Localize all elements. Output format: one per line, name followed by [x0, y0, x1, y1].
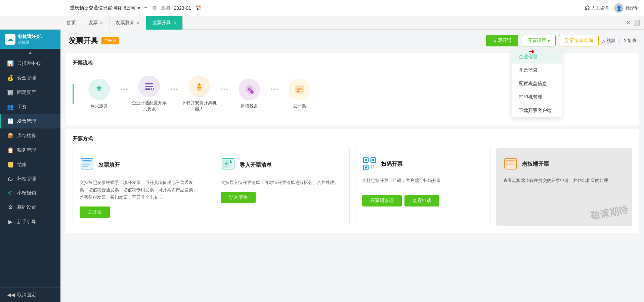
page-title-area: 发票开具 待开通: [69, 36, 119, 46]
yunbao-icon: 📊: [7, 60, 14, 67]
tab-invoice-open[interactable]: 发票开具 ✕: [146, 16, 183, 30]
dot1: [121, 88, 128, 100]
red-arrow: ➜: [529, 47, 534, 55]
zijin-icon: 💰: [7, 75, 14, 81]
svg-rect-12: [197, 87, 202, 88]
dropdown-item-download-client[interactable]: 下载开票客户端: [512, 104, 562, 117]
user-area[interactable]: 👤 徐泽华: [614, 3, 639, 13]
fill-invoice-title: 发票填开: [98, 162, 120, 169]
svg-rect-24: [82, 160, 92, 161]
import-list-btn[interactable]: 导入清单: [221, 192, 256, 203]
calendar-icon[interactable]: 📅: [195, 5, 201, 11]
svg-rect-38: [371, 167, 372, 168]
jichushezhi-icon: ⚙: [7, 204, 14, 211]
sidebar-item-fapiao[interactable]: 🧾 发票管理: [0, 114, 60, 128]
svg-rect-25: [82, 163, 89, 163]
method-boss-invoice: 老板端开票 查看老板端小程序提交的开票申请，并作出相应的处理。 敬请期待: [496, 148, 632, 226]
import-list-title: 导入开票清单: [240, 162, 272, 169]
top-bar-actions: 🎧 人工咨询 👤 徐泽华: [585, 3, 639, 13]
overlay-text: 敬请期待: [590, 203, 629, 223]
dropdown-item-invoice-info[interactable]: 开票信息: [512, 64, 562, 77]
sidebar-item-xinshou[interactable]: ▶ 新手引导: [0, 215, 60, 229]
svg-text:税: 税: [248, 87, 252, 91]
fill-invoice-btn[interactable]: 去开票: [80, 206, 110, 218]
scan-invoice-desc: 支持定制开票二维码，客户端可扫码开票: [362, 177, 484, 184]
abnormal-btn[interactable]: 异常清单查询: [559, 35, 599, 46]
sidebar-item-xiaochang[interactable]: © 小畅报销: [0, 186, 60, 200]
sidebar-item-quxiao[interactable]: ◀◀ 取消固定: [0, 287, 60, 302]
xinshou-icon: ▶: [7, 219, 14, 225]
svg-rect-23: [81, 158, 93, 169]
svg-rect-13: [199, 83, 200, 84]
question-icon: ?: [624, 38, 626, 43]
page-header: 发票开具 待开通 立即开通 开票设置 ▾ 异常清单查询 ▷ 视频 |: [60, 30, 644, 50]
sidebar-scroll-up[interactable]: ▲: [0, 49, 60, 56]
methods-section-title: 开票方式: [73, 136, 632, 142]
period-value: 2023-01: [174, 5, 191, 11]
company-selector[interactable]: 重庆畅捷交通信息咨询有限公司 ▾: [70, 5, 140, 11]
process-step-go-invoice: 去开票: [279, 79, 319, 109]
dropdown-item-tax-info[interactable]: 配置税盘信息: [512, 77, 562, 90]
svg-rect-34: [365, 166, 367, 168]
methods-grid: 发票填开 支持按照发票样式手工填开发票；可开具增值税电子普通发票、增值税普通发票…: [73, 148, 632, 226]
svg-rect-22: [297, 91, 299, 92]
sidebar-item-jichushezhi[interactable]: ⚙ 基础设置: [0, 200, 60, 215]
svg-rect-43: [506, 164, 514, 165]
maximize-btn[interactable]: ⬜: [633, 20, 640, 26]
sidebar-item-gongzi[interactable]: 👥 工资: [0, 100, 60, 114]
xiaochang-icon: ©: [7, 190, 14, 196]
sidebar-item-kucun[interactable]: 📦 库存核算: [0, 128, 60, 143]
boss-invoice-header: 老板端开票: [503, 156, 625, 172]
view-apply-btn[interactable]: 查看申请: [404, 195, 439, 206]
fapiao-icon: 🧾: [7, 118, 14, 124]
tab-home[interactable]: 首页: [60, 16, 82, 30]
buy-service-icon: [88, 79, 110, 100]
method-import-list: 导入开票清单 支持导入待开票清单，可对待开票清单进行拆分、合并处理。 导入清单: [214, 148, 349, 226]
sidebar-item-gudingzichan[interactable]: 🏢 固定资产: [0, 85, 60, 100]
go-invoice-label: 去开票: [293, 103, 306, 109]
tab-invoice[interactable]: 发票 ✕: [82, 16, 110, 30]
tab-invoice-calc[interactable]: 发票测算 ✕: [110, 16, 146, 30]
activate-btn[interactable]: 立即开通: [486, 35, 518, 46]
jiezhang-icon: 📒: [7, 161, 14, 168]
kucun-icon: 📦: [7, 133, 14, 139]
svg-rect-35: [372, 159, 374, 161]
boss-invoice-title: 老板端开票: [522, 161, 549, 168]
add-icon[interactable]: +: [144, 4, 148, 11]
process-step-buy: 购买服务: [79, 79, 119, 109]
gudingzichan-icon: 🏢: [7, 89, 14, 96]
svg-rect-4: [145, 83, 153, 84]
sidebar-item-guidang[interactable]: 🗂 归档管理: [0, 172, 60, 186]
close-window-btn[interactable]: ✕: [626, 20, 631, 26]
top-bar: 重庆畅捷交通信息咨询有限公司 ▾ + ⚙ 账期 2023-01 📅 🎧 人工咨询…: [0, 0, 644, 16]
svg-rect-39: [373, 167, 374, 168]
sidebar-item-shuiwu[interactable]: 📋 税务管理: [0, 143, 60, 157]
dropdown-item-printer[interactable]: 打印机管理: [512, 90, 562, 104]
dropdown-item-company-info[interactable]: 企业信息: [512, 50, 562, 64]
logo-icon: ☁: [5, 34, 15, 45]
settings-icon[interactable]: ⚙: [152, 5, 157, 11]
svg-rect-5: [145, 86, 153, 87]
close-invoice-open-tab[interactable]: ✕: [173, 21, 176, 25]
svg-rect-37: [373, 165, 374, 166]
video-btn[interactable]: ▷ 视频: [602, 38, 615, 44]
service-btn[interactable]: 🎧 人工咨询: [585, 5, 609, 11]
qr-manage-btn[interactable]: 开票码管理: [362, 195, 402, 206]
svg-rect-6: [145, 88, 151, 90]
play-icon: ▷: [602, 38, 605, 43]
settings-btn[interactable]: 开票设置 ▾: [522, 35, 556, 46]
headset-icon: 🎧: [585, 5, 590, 10]
sidebar: ☁ 畅捷通好会计 旗舰版 ▲ 📊 云报表中心 💰 资金管理 🏢 固定资产 👥: [0, 30, 60, 302]
close-invoice-calc-tab[interactable]: ✕: [136, 21, 140, 25]
close-invoice-tab[interactable]: ✕: [100, 21, 103, 25]
boss-invoice-desc: 查看老板端小程序提交的开票申请，并作出相应的处理。: [503, 177, 625, 184]
sidebar-item-zijin[interactable]: 💰 资金管理: [0, 71, 60, 85]
page-title: 发票开具: [69, 36, 98, 46]
svg-rect-33: [365, 159, 367, 161]
help-btn[interactable]: ? 帮助: [624, 38, 636, 44]
sidebar-item-yunbao[interactable]: 📊 云报表中心: [0, 56, 60, 71]
process-step-download: 下载并安装开票机器人: [179, 76, 219, 112]
status-badge: 待开通: [101, 37, 119, 44]
sidebar-item-jiezhang[interactable]: 📒 结账: [0, 157, 60, 172]
svg-rect-26: [82, 164, 90, 165]
